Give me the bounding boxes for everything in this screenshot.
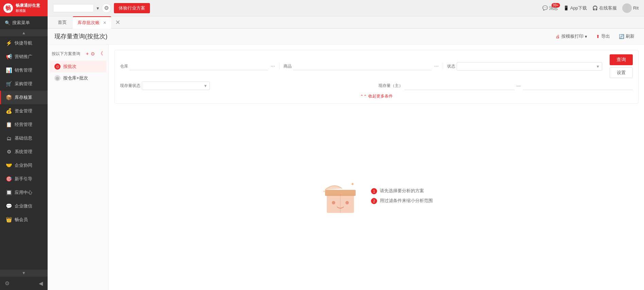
sidebar-collapse-icon[interactable]: ◀ — [39, 280, 43, 287]
sidebar-item-basic[interactable]: 🗂 基础信息 — [0, 131, 48, 145]
sidebar-scroll-up[interactable]: ▲ — [0, 30, 48, 36]
topbar-dropdown-icon[interactable]: ▾ — [97, 5, 99, 11]
status-label: 状态 — [447, 64, 455, 69]
print-dropdown-icon[interactable]: ▾ — [585, 34, 587, 39]
edition-label: 标准版 — [16, 8, 40, 13]
inventory-status-select[interactable]: ▾ — [142, 81, 210, 90]
sidebar-item-newbie[interactable]: 🎯 新手引导 — [0, 172, 48, 186]
warehouse-input[interactable] — [130, 62, 268, 70]
search-menu-item[interactable]: 🔍 搜索菜单 — [0, 16, 48, 30]
tab-home[interactable]: 首页 — [53, 16, 71, 29]
newbie-icon: 🎯 — [6, 176, 12, 182]
settings-button[interactable]: 设置 — [610, 67, 633, 78]
status-dropdown-icon: ▾ — [597, 64, 599, 69]
member-icon: 👑 — [6, 217, 12, 223]
shortcut-icon: ⚡ — [6, 40, 12, 46]
nav-label: 基础信息 — [15, 135, 32, 141]
finance-icon: 💰 — [6, 108, 12, 114]
product-input[interactable] — [293, 62, 431, 70]
sidebar-item-member[interactable]: 👑 畅会员 — [0, 213, 48, 226]
main-area: ▾ ⚙ 体验行业方案 💬 消息 99+ 📱 App下载 🎧 在线客服 Rit — [48, 0, 644, 290]
query-button[interactable]: 查询 — [610, 54, 633, 65]
status-field: 状态 ▾ — [447, 62, 602, 71]
app-logo: 畅 — [3, 3, 13, 13]
nav-label: 销售管理 — [15, 67, 32, 73]
user-profile-item[interactable]: Rit — [622, 3, 639, 13]
online-service-item[interactable]: 🎧 在线客服 — [592, 5, 617, 11]
page-title: 现存量查询(按批次) — [54, 32, 107, 40]
empty-state: ✦ ✦ 1 请先选择要分析的方案 2 用过滤条件来缩小分析范围 — [114, 107, 639, 285]
print-button[interactable]: 🖨 按模板打印 ▾ — [553, 32, 590, 41]
empty-tip-2: 2 用过滤条件来缩小分析范围 — [371, 198, 433, 204]
product-field: 商品 ··· — [284, 62, 439, 70]
empty-svg: ✦ ✦ — [320, 176, 361, 216]
sidebar: 畅 畅康通好生意 标准版 🔍 搜索菜单 ▲ ⚡ 快捷导航 📢 营销推广 📊 销售… — [0, 0, 48, 290]
sidebar-item-finance[interactable]: 💰 资金管理 — [0, 104, 48, 118]
app-download-item[interactable]: 📱 App下载 — [563, 5, 587, 11]
marketing-icon: 📢 — [6, 54, 12, 60]
status-select[interactable]: ▾ — [457, 62, 602, 71]
inventory-status-field: 现存量状态 ▾ — [120, 81, 374, 90]
sidebar-item-enterprise[interactable]: 🤝 企业协同 — [0, 159, 48, 172]
sidebar-item-sales[interactable]: 📊 销售管理 — [0, 64, 48, 77]
qty-max-input[interactable] — [523, 82, 633, 90]
sidebar-item-marketing[interactable]: 📢 营销推广 — [0, 50, 48, 64]
warehouse-more-icon[interactable]: ··· — [271, 63, 275, 69]
sidebar-item-shortcut[interactable]: ⚡ 快捷导航 — [0, 36, 48, 50]
qty-range: — — [404, 82, 633, 90]
scheme-item-batch[interactable]: ⊙ 按批次 — [50, 61, 106, 72]
range-dash: — — [516, 83, 521, 88]
topbar-settings-icon[interactable]: ⚙ — [102, 3, 111, 13]
sidebar-scroll-down[interactable]: ▼ — [0, 270, 48, 276]
nav-label: 经营管理 — [15, 122, 32, 128]
apps-icon: 🔲 — [6, 189, 12, 196]
app-download-label: App下载 — [570, 5, 587, 11]
sidebar-item-apps[interactable]: 🔲 应用中心 — [0, 186, 48, 199]
sidebar-item-system[interactable]: ⚙ 系统管理 — [0, 145, 48, 159]
nav-label: 系统管理 — [15, 149, 32, 155]
sidebar-item-wechat[interactable]: 💬 企业微信 — [0, 199, 48, 213]
sidebar-item-purchase[interactable]: 🛒 采购管理 — [0, 77, 48, 91]
refresh-button[interactable]: 🔄 刷新 — [616, 32, 637, 41]
tab-batch-inventory[interactable]: 库存批次账 ✕ — [73, 16, 111, 29]
company-name: 畅康通好生意 — [16, 3, 40, 8]
empty-tip-1: 1 请先选择要分析的方案 — [371, 188, 433, 194]
sidebar-item-operation[interactable]: 📋 经营管理 — [0, 118, 48, 131]
page-area: 现存量查询(按批次) 🖨 按模板打印 ▾ ⬆ 导出 🔄 刷新 — [48, 29, 644, 290]
page-header: 现存量查询(按批次) 🖨 按模板打印 ▾ ⬆ 导出 🔄 刷新 — [48, 29, 644, 44]
close-page-button[interactable]: ✕ — [115, 19, 120, 26]
tab-close-icon[interactable]: ✕ — [103, 20, 106, 25]
inventory-status-label: 现存量状态 — [120, 83, 140, 89]
search-input[interactable] — [53, 4, 94, 12]
product-more-icon[interactable]: ··· — [434, 63, 439, 69]
nav-label: 快捷导航 — [15, 40, 32, 46]
left-panel-collapse-icon[interactable]: 《 — [97, 49, 104, 58]
nav-label: 库存核算 — [15, 94, 32, 101]
message-badge: 99+ — [552, 3, 560, 7]
trial-button[interactable]: 体验行业方案 — [114, 3, 150, 13]
batch-tab-label: 库存批次账 — [78, 20, 100, 26]
message-item[interactable]: 💬 消息 99+ — [542, 5, 558, 11]
wechat-icon: 💬 — [6, 203, 12, 209]
online-service-label: 在线客服 — [599, 5, 617, 11]
scheme-item-warehouse-batch[interactable]: ◎ 按仓库+批次 — [50, 72, 106, 84]
collapse-more-button[interactable]: ⌃⌃ 收起更多条件 — [120, 93, 633, 99]
nav-label: 企业微信 — [15, 203, 32, 209]
basic-icon: 🗂 — [6, 135, 12, 141]
sidebar-settings-icon[interactable]: ⚙ — [5, 280, 10, 287]
nav-label: 企业协同 — [15, 162, 32, 168]
svg-text:✦: ✦ — [351, 181, 355, 187]
scheme-settings-icon[interactable]: ⊙ — [91, 51, 95, 56]
search-icon: 🔍 — [5, 20, 10, 25]
left-panel-header: 按以下方案查询 + ⊙ 《 — [48, 48, 108, 61]
add-scheme-icon[interactable]: + — [86, 51, 89, 56]
inventory-qty-field: 现存量（主） — — [378, 82, 633, 90]
export-button[interactable]: ⬆ 导出 — [593, 32, 613, 41]
inv-status-dropdown-icon: ▾ — [204, 83, 207, 88]
qty-min-input[interactable] — [404, 82, 514, 90]
tip-num-1: 1 — [371, 188, 377, 194]
filter-row-1: 仓库 ··· 商品 ··· 状态 — [120, 54, 633, 78]
sidebar-item-inventory[interactable]: 📦 库存核算 — [0, 91, 48, 104]
filter-area: 仓库 ··· 商品 ··· 状态 — [114, 50, 639, 104]
left-panel: 按以下方案查询 + ⊙ 《 ⊙ 按批次 ◎ 按仓库+批次 — [48, 44, 109, 290]
